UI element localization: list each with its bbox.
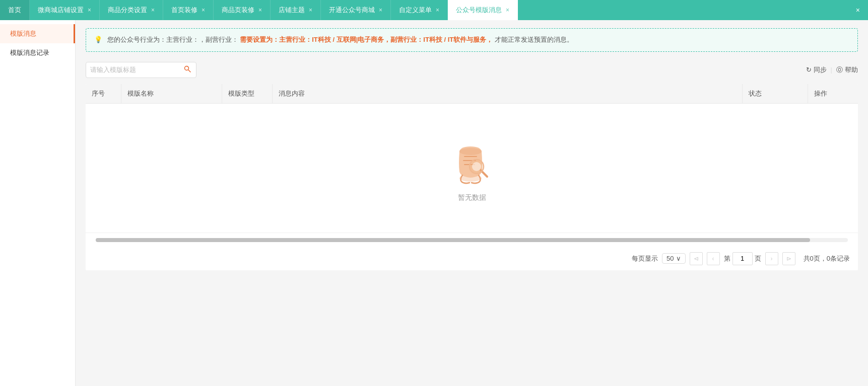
svg-point-3 [459,148,482,155]
page-label: 第 [724,254,730,263]
notice-icon: 💡 [94,35,102,45]
scrollbar-thumb[interactable] [96,238,810,242]
notice-suffix: 才能正常发送预置的消息。 [495,36,573,43]
main-layout: 模版消息 模版消息记录 💡 您的公众号行业为：主营行业：，副营行业： 需要设置为… [0,20,868,386]
sync-label: 同步 [814,65,827,74]
nav-home-decor-close[interactable]: × [202,7,205,14]
nav-shop-theme-label: 店铺主题 [279,6,305,15]
search-icon [184,65,191,72]
nav-template-msg[interactable]: 公众号模版消息 × [448,0,518,20]
page-size-label: 每页显示 [632,254,658,263]
col-action: 操作 [808,84,858,104]
nav-shop-setting[interactable]: 微商城店铺设置 × [30,0,100,20]
nav-category-setting[interactable]: 商品分类设置 × [100,0,163,20]
global-close-icon: × [856,6,860,14]
page-size-chevron: ∨ [676,255,681,262]
sidebar-template-msg-label: 模版消息 [10,30,36,37]
empty-illustration [444,134,500,189]
nav-shop-setting-close[interactable]: × [88,7,91,14]
help-button[interactable]: ⓪ 帮助 [836,65,858,74]
top-nav: 首页 微商城店铺设置 × 商品分类设置 × 首页装修 × 商品页装修 × 店铺主… [0,0,868,20]
nav-spacer [518,0,848,20]
prev-page-button[interactable]: ‹ [707,252,720,265]
pagination: 每页显示 50 ∨ ⊲ ‹ 第 页 › ⊳ 共0页，0条记录 [86,247,858,270]
nav-product-decor-close[interactable]: × [258,7,262,14]
page-input[interactable] [732,252,753,265]
total-label: 共0页，0条记录 [804,254,850,263]
nav-home[interactable]: 首页 [0,0,30,20]
search-button[interactable] [183,65,192,74]
svg-point-9 [472,162,481,171]
sidebar-item-template-record[interactable]: 模版消息记录 [0,43,75,62]
notice-prefix: 您的公众号行业为：主营行业：，副营行业： [107,36,238,43]
sync-button[interactable]: ↻ 同步 [806,65,827,74]
page-input-wrap: 第 页 [724,252,761,265]
nav-wechat-mall-close[interactable]: × [379,7,382,14]
toolbar-divider: | [831,66,832,73]
search-input-wrap[interactable] [86,62,196,78]
next-page-button[interactable]: › [765,252,778,265]
nav-home-label: 首页 [8,6,21,15]
help-label: 帮助 [845,65,858,74]
nav-product-decor-label: 商品页装修 [222,6,254,15]
nav-category-setting-label: 商品分类设置 [108,6,147,15]
svg-point-0 [185,66,189,70]
nav-template-msg-label: 公众号模版消息 [456,6,502,15]
scrollbar-track[interactable] [96,238,848,242]
nav-shop-theme[interactable]: 店铺主题 × [271,0,321,20]
notice-highlight: 需要设置为：主营行业：IT科技 / 互联网|电子商务，副营行业：IT科技 / I… [240,36,493,43]
search-input[interactable] [90,66,183,73]
nav-shop-setting-label: 微商城店铺设置 [38,6,84,15]
last-page-button[interactable]: ⊳ [782,252,795,265]
nav-template-msg-close[interactable]: × [506,7,509,14]
global-close-button[interactable]: × [848,0,868,20]
sync-icon: ↻ [806,66,812,73]
page-size-select[interactable]: 50 ∨ [662,253,685,264]
notice-box: 💡 您的公众号行业为：主营行业：，副营行业： 需要设置为：主营行业：IT科技 /… [86,28,858,52]
col-status: 状态 [742,84,808,104]
nav-wechat-mall-label: 开通公众号商城 [329,6,375,15]
col-type: 模版类型 [222,84,272,104]
nav-home-decor-label: 首页装修 [171,6,197,15]
nav-custom-menu-label: 自定义菜单 [399,6,432,15]
nav-custom-menu[interactable]: 自定义菜单 × [391,0,448,20]
nav-home-decor[interactable]: 首页装修 × [163,0,214,20]
nav-wechat-mall[interactable]: 开通公众号商城 × [321,0,391,20]
help-circle-icon: ⓪ [836,65,843,74]
sidebar: 模版消息 模版消息记录 [0,20,76,386]
toolbar-right: ↻ 同步 | ⓪ 帮助 [806,65,858,74]
page-size-value: 50 [666,255,674,262]
table-header: 序号 模版名称 模版类型 消息内容 状态 操作 [86,84,858,104]
nav-custom-menu-close[interactable]: × [436,7,439,14]
sidebar-template-record-label: 模版消息记录 [10,49,49,56]
empty-icon [444,134,500,189]
page-unit: 页 [755,254,761,263]
first-page-button[interactable]: ⊲ [690,252,703,265]
svg-line-1 [188,70,190,72]
col-name: 模版名称 [121,84,222,104]
nav-category-close[interactable]: × [151,7,155,14]
nav-product-decor[interactable]: 商品页装修 × [214,0,271,20]
search-bar: ↻ 同步 | ⓪ 帮助 [86,62,858,78]
empty-state: 暂无数据 [86,104,858,233]
col-index: 序号 [86,84,121,104]
empty-text: 暂无数据 [458,193,486,202]
data-table: 序号 模版名称 模版类型 消息内容 状态 操作 [86,84,858,104]
table-wrapper: 序号 模版名称 模版类型 消息内容 状态 操作 [86,84,858,270]
scrollbar-area[interactable] [86,233,858,247]
content-area: 💡 您的公众号行业为：主营行业：，副营行业： 需要设置为：主营行业：IT科技 /… [76,20,868,386]
nav-shop-theme-close[interactable]: × [309,7,312,14]
sidebar-item-template-msg[interactable]: 模版消息 [0,24,75,43]
col-content: 消息内容 [272,84,742,104]
